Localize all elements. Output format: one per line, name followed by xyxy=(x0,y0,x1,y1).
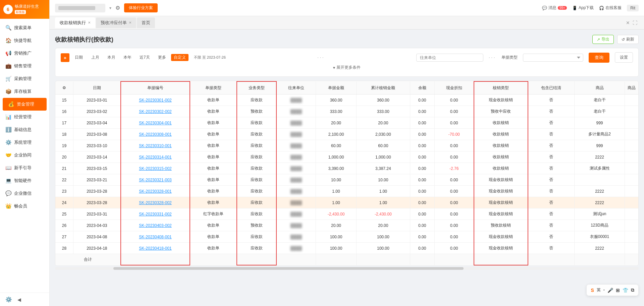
cell-included: 否 xyxy=(528,231,575,243)
sidebar-label-14: 畅会员 xyxy=(14,203,27,209)
cell-amount: 20.00 xyxy=(316,220,356,231)
sidebar-item-采购管理[interactable]: 🛒采购管理 xyxy=(0,72,49,85)
copy-icon[interactable]: ⧉ xyxy=(631,287,634,293)
cell-docno: SK-20230328-001 xyxy=(121,186,190,197)
date-last-month[interactable]: 上月 xyxy=(88,54,102,61)
online-service-button[interactable]: 🎧 在线客服 xyxy=(599,5,622,11)
tab-0[interactable]: 首页 xyxy=(137,17,155,28)
table-row: 21 2023-03-15 SK-20230315-002 收款单 应收款 ██… xyxy=(55,163,638,174)
partner-input[interactable] xyxy=(416,54,483,62)
cell-amount: 1,000.00 xyxy=(316,151,356,163)
export-button[interactable]: ↗ 导出 xyxy=(592,35,614,44)
sidebar-item-搜索菜单[interactable]: 🔍搜索菜单 xyxy=(0,21,49,34)
cell-included: 否 xyxy=(528,163,575,174)
tab-label-1: 预收冲应付单 xyxy=(101,20,127,26)
refresh-icon: ↺ xyxy=(622,37,625,42)
cell-doctype: 收款单 xyxy=(190,243,237,254)
tab-close-2[interactable]: ✕ xyxy=(88,21,91,24)
cell-no: 19 xyxy=(55,140,73,151)
topbar-gear-icon[interactable]: ⚙ xyxy=(115,5,120,11)
cell-no: 20 xyxy=(55,151,73,163)
cell-biztype: 应收款 xyxy=(237,163,276,174)
collapse-icon[interactable]: ◀ xyxy=(17,297,21,302)
topbar: ▾ ⚙ 体验行业方案 💬 消息 99+ 📱 App下载 🎧 在线客服 Rit xyxy=(50,0,644,16)
cell-date: 2023-03-01 xyxy=(73,95,120,106)
table-row: 19 2023-03-10 SK-20230310-001 收款单 应收款 ██… xyxy=(55,140,638,151)
sidebar-item-资金管理[interactable]: 💰资金管理 xyxy=(3,98,47,111)
tab-1[interactable]: 预收冲应付单✕ xyxy=(96,17,136,28)
cell-docno: SK-20230321-003 xyxy=(121,174,190,186)
grid-icon[interactable]: ⊞ xyxy=(616,288,620,293)
settings-icon[interactable]: ⚙️ xyxy=(5,296,12,303)
footer-included xyxy=(528,254,575,265)
cell-biztype: 应收款 xyxy=(237,117,276,129)
cell-discount: 0.00 xyxy=(434,174,474,186)
cell-product2 xyxy=(625,197,639,208)
receipt-type-select[interactable] xyxy=(523,54,583,62)
sidebar: 6 畅康道好生意 标推版 🔍搜索菜单🏠快捷导航📢营销推广💼销售管理🛒采购管理📦库… xyxy=(0,0,50,306)
query-button[interactable]: 查询 xyxy=(589,53,609,63)
col-header-product1: 商品 xyxy=(575,81,625,95)
tab-close-1[interactable]: ✕ xyxy=(129,21,131,24)
sidebar-item-畅会员[interactable]: 👑畅会员 xyxy=(0,200,49,212)
cell-no: 27 xyxy=(55,231,73,243)
cell-verifytype: 现金收款核销 xyxy=(474,208,528,220)
filter-dots2: ··· xyxy=(489,55,496,61)
sidebar-item-智能硬件[interactable]: 💻智能硬件 xyxy=(0,174,49,187)
sidebar-item-经营管理[interactable]: 📊经营管理 xyxy=(0,111,49,123)
refresh-button[interactable]: ↺ 刷新 xyxy=(617,35,639,44)
sidebar-item-企业微信[interactable]: 💬企业微信 xyxy=(0,187,49,200)
col-header-included: 包含已结清 xyxy=(528,81,575,95)
col-header-settings[interactable]: ⚙ xyxy=(55,81,73,95)
tab-close-all-icon[interactable]: ✕ xyxy=(626,20,630,25)
table-row: 24 2023-03-28 SK-20230328-002 收款单 应收款 ██… xyxy=(55,197,638,208)
cell-date: 2023-03-28 xyxy=(73,186,120,197)
date-7days[interactable]: 近7天 xyxy=(137,54,153,61)
cell-product2 xyxy=(625,140,639,151)
mic-icon[interactable]: 🎤 xyxy=(607,288,613,293)
shirt-icon[interactable]: 👕 xyxy=(623,288,628,293)
sidebar-label-4: 采购管理 xyxy=(14,76,32,82)
setting-button[interactable]: 设置 xyxy=(615,52,633,63)
cell-discount: 0.00 xyxy=(434,231,474,243)
app-download-button[interactable]: 📱 App下载 xyxy=(572,5,594,11)
sidebar-item-基础信息[interactable]: ℹ️基础信息 xyxy=(0,123,49,136)
col-header-doctype: 单据类型 xyxy=(190,81,237,95)
user-name[interactable]: Rit xyxy=(627,5,639,11)
sidebar-item-营销推广[interactable]: 📢营销推广 xyxy=(0,47,49,60)
sidebar-icon-13: 💬 xyxy=(5,190,11,196)
sidebar-item-销售管理[interactable]: 💼销售管理 xyxy=(0,60,49,72)
cell-balance: 0.00 xyxy=(410,174,434,186)
cell-verifytype: 收款核销 xyxy=(474,151,528,163)
tab-expand-icon[interactable]: ⛶ xyxy=(633,20,637,25)
cell-doctype: 收款单 xyxy=(190,106,237,117)
sidebar-item-新手引导[interactable]: 📖新手引导 xyxy=(0,162,49,174)
cell-accum: 360.00 xyxy=(357,95,410,106)
cell-amount: 333.00 xyxy=(316,106,356,117)
sidebar-item-系统管理[interactable]: ⚙️系统管理 xyxy=(0,136,49,149)
date-custom-btn[interactable]: 自定义 xyxy=(171,54,189,61)
cell-amount: 3,390.00 xyxy=(316,163,356,174)
topbar-chevron-icon[interactable]: ▾ xyxy=(109,6,111,10)
cell-amount: 2,100.00 xyxy=(316,129,356,140)
cell-date: 2023-03-08 xyxy=(73,129,120,140)
tab-2[interactable]: 收款核销执行✕ xyxy=(55,17,95,28)
cell-biztype: 应收款 xyxy=(237,197,276,208)
date-more[interactable]: 更多 xyxy=(155,54,169,61)
col-header-balance: 余额 xyxy=(410,81,434,95)
sidebar-icon-12: 💻 xyxy=(5,178,11,184)
cell-verifytype: 预收中应收 xyxy=(474,106,528,117)
sidebar-item-库存核算[interactable]: 📦库存核算 xyxy=(0,85,49,98)
messages-button[interactable]: 💬 消息 99+ xyxy=(542,5,567,11)
cell-included: 否 xyxy=(528,129,575,140)
cell-docno: SK-20230304-001 xyxy=(121,117,190,129)
cell-verifytype: 预收款核销 xyxy=(474,220,528,231)
filter-toggle-button[interactable]: » xyxy=(61,53,69,62)
sidebar-item-快捷导航[interactable]: 🏠快捷导航 xyxy=(0,34,49,47)
sidebar-item-企业协同[interactable]: 🤝企业协同 xyxy=(0,149,49,162)
date-this-year[interactable]: 本年 xyxy=(120,54,135,61)
solution-button[interactable]: 体验行业方案 xyxy=(124,3,158,12)
date-this-month[interactable]: 本月 xyxy=(104,54,118,61)
expand-filter-button[interactable]: ▾ 展开更多条件 xyxy=(61,63,633,72)
cell-balance: 0.00 xyxy=(410,243,434,254)
